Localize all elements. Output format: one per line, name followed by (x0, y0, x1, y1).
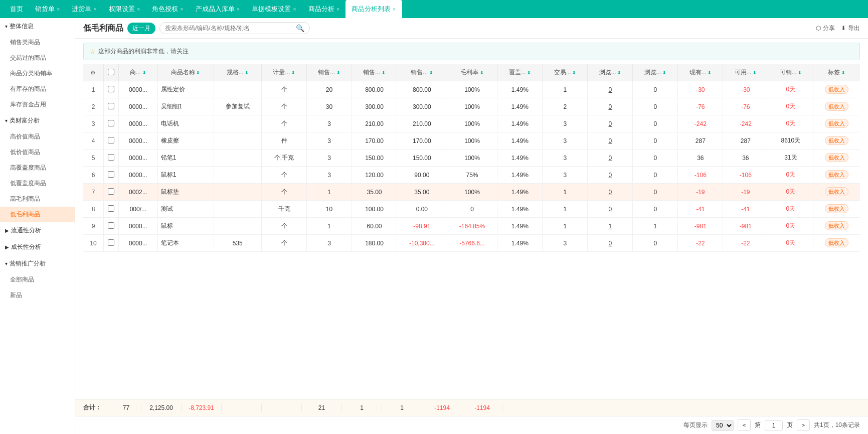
row-checkbox[interactable] (108, 239, 114, 246)
col-coverage[interactable]: 覆盖... ⬍ (497, 64, 543, 81)
nav-close-product-analysis[interactable]: × (336, 6, 339, 12)
row-views1[interactable]: 0 (588, 132, 633, 150)
row-name[interactable]: 鼠标1 (157, 167, 214, 184)
col-sellable-days[interactable]: 可销... ⬍ (768, 64, 813, 81)
col-sales-qty[interactable]: 销售... ⬍ (307, 64, 352, 81)
row-checkbox[interactable] (108, 120, 114, 126)
col-spec[interactable]: 规格... ⬍ (214, 64, 261, 81)
views1-link[interactable]: 0 (609, 103, 612, 110)
row-name[interactable]: 橡皮擦 (157, 132, 214, 150)
views1-link[interactable]: 0 (609, 189, 612, 196)
row-checkbox[interactable] (108, 103, 114, 109)
select-all-checkbox[interactable] (108, 69, 114, 75)
row-checkbox[interactable] (108, 205, 114, 212)
nav-close-sales-order[interactable]: × (57, 6, 60, 12)
nav-permission-settings[interactable]: 权限设置 × (103, 0, 146, 18)
sidebar-item-low-margin[interactable]: 低毛利商品 (0, 207, 75, 222)
row-name[interactable]: 测试 (157, 201, 214, 218)
nav-close-product-entry[interactable]: × (237, 6, 240, 12)
row-tag[interactable]: 低收入 (813, 115, 860, 132)
row-views1[interactable]: 0 (588, 98, 633, 115)
per-page-select[interactable]: 50 (712, 420, 734, 431)
row-tag[interactable]: 低收入 (813, 235, 860, 252)
row-tag[interactable]: 低收入 (813, 201, 860, 218)
row-tag[interactable]: 低收入 (813, 184, 860, 201)
nav-product-entry[interactable]: 产成品入库单 × (190, 0, 246, 18)
row-views1[interactable]: 0 (588, 81, 633, 98)
row-checkbox[interactable] (108, 188, 114, 195)
nav-purchase-order[interactable]: 进货单 × (66, 0, 102, 18)
views1-link[interactable]: 0 (609, 172, 612, 179)
nav-role-auth[interactable]: 角色授权 × (146, 0, 189, 18)
search-input[interactable] (165, 25, 296, 32)
sidebar-group-circulation[interactable]: ▶ 流通性分析 (0, 222, 75, 239)
nav-template-settings[interactable]: 单据模板设置 × (246, 0, 302, 18)
row-views1[interactable]: 1 (588, 218, 633, 235)
sidebar-group-wealth[interactable]: ▾ 类财富分析 (0, 112, 75, 129)
row-views1[interactable]: 0 (588, 115, 633, 132)
row-checkbox[interactable] (108, 171, 114, 178)
nav-home[interactable]: 首页 (4, 0, 29, 18)
col-sales-price[interactable]: 销售... ⬍ (352, 64, 397, 81)
row-checkbox[interactable] (108, 222, 114, 229)
sidebar-item-low-coverage[interactable]: 低覆盖度商品 (0, 176, 75, 191)
col-views1[interactable]: 浏览... ⬍ (588, 64, 633, 81)
row-tag[interactable]: 低收入 (813, 150, 860, 167)
row-name[interactable]: 铅笔1 (157, 150, 214, 167)
row-name[interactable]: 属性定价 (157, 81, 214, 98)
sidebar-item-capital[interactable]: 库存资金占用 (0, 97, 75, 112)
row-tag[interactable]: 低收入 (813, 98, 860, 115)
col-tag[interactable]: 标签 ⬍ (813, 64, 860, 81)
sidebar-item-low-value[interactable]: 低价值商品 (0, 144, 75, 160)
sidebar-item-high-coverage[interactable]: 高覆盖度商品 (0, 160, 75, 176)
sidebar-item-category-rate[interactable]: 商品分类助销率 (0, 66, 75, 81)
nav-sales-order[interactable]: 销货单 × (29, 0, 66, 18)
sidebar-item-new-goods[interactable]: 新品 (0, 287, 75, 303)
row-checkbox[interactable] (108, 137, 114, 143)
nav-product-analysis[interactable]: 商品分析 × (302, 0, 345, 18)
row-checkbox[interactable] (108, 86, 114, 92)
row-name[interactable]: 吴细细1 (157, 98, 214, 115)
nav-close-permission[interactable]: × (137, 6, 140, 12)
row-tag[interactable]: 低收入 (813, 167, 860, 184)
col-name[interactable]: 商品名称 ⬍ (157, 64, 214, 81)
sidebar-item-high-value[interactable]: 高价值商品 (0, 129, 75, 144)
views1-link[interactable]: 0 (609, 240, 612, 247)
sidebar-group-overall[interactable]: ▾ 整体信息 (0, 18, 75, 35)
row-tag[interactable]: 低收入 (813, 132, 860, 150)
col-gross-margin[interactable]: 毛利率 ⬍ (447, 64, 497, 81)
next-page-button[interactable]: ＞ (797, 419, 810, 431)
row-name[interactable]: 鼠标 (157, 218, 214, 235)
sidebar-item-all-goods[interactable]: 全部商品 (0, 272, 75, 287)
nav-close-purchase-order[interactable]: × (93, 6, 96, 12)
sidebar-item-sales-goods[interactable]: 销售类商品 (0, 35, 75, 50)
sidebar-item-traded-goods[interactable]: 交易过的商品 (0, 50, 75, 66)
col-settings[interactable]: ⚙ (83, 64, 103, 81)
col-select-all[interactable] (103, 64, 118, 81)
col-unit[interactable]: 计量... ⬍ (262, 64, 307, 81)
col-transaction[interactable]: 交易... ⬍ (543, 64, 588, 81)
views1-link[interactable]: 0 (609, 155, 612, 162)
sidebar-item-in-stock[interactable]: 有库存的商品 (0, 81, 75, 97)
nav-product-analysis-list[interactable]: 商品分析列表 × (345, 0, 402, 18)
page-number-input[interactable] (765, 420, 783, 430)
prev-page-button[interactable]: ＜ (738, 419, 751, 431)
row-views1[interactable]: 0 (588, 150, 633, 167)
col-views2[interactable]: 浏览... ⬍ (633, 64, 678, 81)
row-views1[interactable]: 0 (588, 167, 633, 184)
views1-link[interactable]: 0 (609, 86, 612, 93)
row-checkbox[interactable] (108, 154, 114, 161)
time-filter-button[interactable]: 近一月 (127, 23, 155, 34)
row-name[interactable]: 笔记本 (157, 235, 214, 252)
row-name[interactable]: 电话机 (157, 115, 214, 132)
views1-link[interactable]: 1 (609, 223, 612, 230)
views1-link[interactable]: 0 (609, 120, 612, 127)
nav-close-role-auth[interactable]: × (180, 6, 183, 12)
sidebar-group-marketing[interactable]: ▾ 营销推广分析 (0, 255, 75, 272)
export-button[interactable]: ⬇ 导出 (841, 24, 860, 33)
views1-link[interactable]: 0 (609, 206, 612, 213)
col-sales-amount[interactable]: 销售... ⬍ (397, 64, 447, 81)
search-icon[interactable]: 🔍 (296, 24, 304, 32)
sidebar-group-growth[interactable]: ▶ 成长性分析 (0, 239, 75, 255)
row-views1[interactable]: 0 (588, 201, 633, 218)
